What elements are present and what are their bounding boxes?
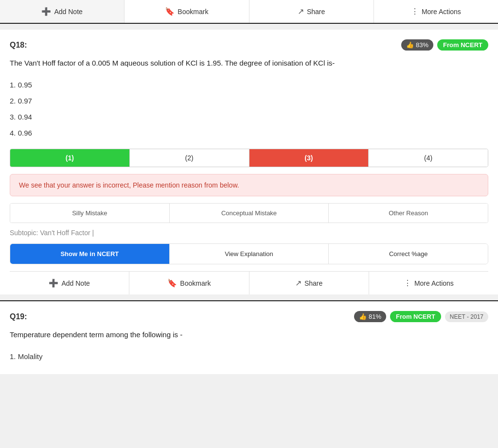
share-button-top[interactable]: ↗ Share [249,0,374,23]
q18-tab-3[interactable]: (3) [249,149,369,167]
top-toolbar: ➕ Add Note 🔖 Bookmark ↗ Share ⋮ More Act… [0,0,498,24]
q18-subtopic: Subtopic: Van't Hoff Factor | [10,223,488,241]
bottom-toolbar: ➕ Add Note 🔖 Bookmark ↗ Share ⋮ More Act… [10,271,488,294]
q19-ncert-badge: From NCERT [390,311,441,322]
q18-action-row: Show Me in NCERT View Explanation Correc… [10,243,488,264]
share-button-bottom[interactable]: ↗ Share [249,272,369,294]
add-note-button-top[interactable]: ➕ Add Note [0,0,124,23]
q19-score-badge: 👍 81% [354,311,386,322]
share-icon-bottom: ↗ [295,278,302,288]
q18-tab-4[interactable]: (4) [369,149,488,167]
q18-card: Q18: 👍 83% From NCERT The Van't Hoff fac… [0,30,498,294]
show-me-ncert-button[interactable]: Show Me in NCERT [10,244,170,264]
q19-neet-badge: NEET - 2017 [445,311,488,322]
more-actions-icon-bottom: ⋮ [404,278,411,288]
q18-option-1: 1. 0.95 [10,77,488,93]
other-reason-button[interactable]: Other Reason [329,204,488,223]
correct-percentage-button[interactable]: Correct %age [329,244,488,264]
q18-question-text: The Van't Hoff factor of a 0.005 M aqueo… [10,57,488,69]
q19-question-text: Temperature dependent term among the fol… [10,329,488,341]
more-actions-label-top: More Actions [422,8,461,16]
thumbs-up-icon: 👍 [406,41,414,49]
add-note-label-bottom: Add Note [61,279,89,287]
q19-number: Q19: [10,312,27,321]
q18-incorrect-notice: We see that your answer is incorrect, Pl… [10,174,488,196]
subtopic-value: Van't Hoff Factor | [40,229,94,237]
q19-header: Q19: 👍 81% From NCERT NEET - 2017 [10,311,488,322]
q18-answer-tabs: (1) (2) (3) (4) [10,149,488,167]
bookmark-icon-bottom: 🔖 [167,278,177,288]
conceptual-mistake-button[interactable]: Conceptual Mistake [170,204,329,223]
q19-thumbs-up-icon: 👍 [359,313,367,320]
more-actions-label-bottom: More Actions [414,279,454,287]
q19-option-1: 1. Molality [10,348,488,364]
q18-tab-1[interactable]: (1) [10,149,130,167]
bookmark-label-bottom: Bookmark [180,279,211,287]
bookmark-button-top[interactable]: 🔖 Bookmark [124,0,249,23]
more-actions-button-bottom[interactable]: ⋮ More Actions [369,272,488,294]
bookmark-icon-top: 🔖 [165,7,175,16]
add-note-label-top: Add Note [54,8,82,16]
add-note-icon-bottom: ➕ [49,278,58,288]
share-label-bottom: Share [304,279,322,287]
bookmark-label-top: Bookmark [178,8,208,16]
q18-score-value: 83% [416,41,428,49]
share-icon-top: ↗ [298,7,304,16]
q19-badges: 👍 81% From NCERT NEET - 2017 [354,311,488,322]
add-note-button-bottom[interactable]: ➕ Add Note [10,272,129,294]
q18-tab-2[interactable]: (2) [130,149,249,167]
q19-card: Q19: 👍 81% From NCERT NEET - 2017 Temper… [0,301,498,374]
q18-header: Q18: 👍 83% From NCERT [10,39,488,51]
q18-score-badge: 👍 83% [401,39,433,51]
q19-score-value: 81% [369,313,381,320]
q18-option-3: 3. 0.94 [10,109,488,125]
share-label-top: Share [307,8,325,16]
view-explanation-button[interactable]: View Explanation [170,244,329,264]
q18-badges: 👍 83% From NCERT [401,39,488,51]
q18-option-4: 4. 0.96 [10,125,488,141]
bookmark-button-bottom[interactable]: 🔖 Bookmark [129,272,249,294]
add-note-icon-top: ➕ [41,7,51,16]
more-actions-button-top[interactable]: ⋮ More Actions [374,0,498,23]
silly-mistake-button[interactable]: Silly Mistake [10,204,170,223]
subtopic-label: Subtopic: [10,229,38,237]
q18-ncert-badge: From NCERT [437,39,488,51]
q18-option-2: 2. 0.97 [10,93,488,109]
q18-number: Q18: [10,41,27,50]
q18-reason-row: Silly Mistake Conceptual Mistake Other R… [10,203,488,223]
more-actions-icon-top: ⋮ [411,7,419,16]
